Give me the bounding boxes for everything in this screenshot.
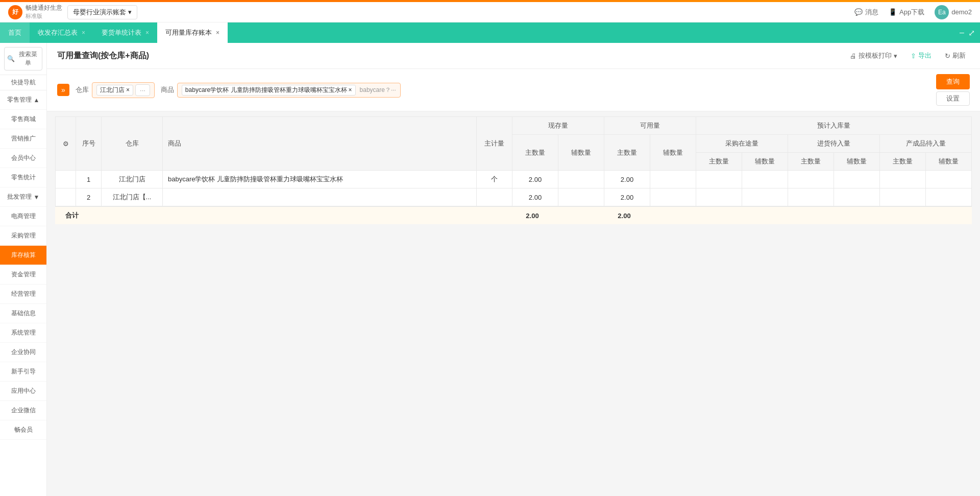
table-container: ⚙ 序号 仓库 商品 主计量 现存量 可用量 预计入库量 主数量 辅数量 主数量… [47,111,980,496]
sidebar-item-purchase[interactable]: 采购管理 [0,226,46,246]
message-action[interactable]: 💬 消息 [854,8,878,17]
sidebar-item-appcenter[interactable]: 应用中心 [0,382,46,401]
sidebar-item-system[interactable]: 系统管理 [0,323,46,343]
user-area[interactable]: Ea demo2 [935,5,972,19]
warehouse-value-container[interactable]: 江北门店 × ··· [92,82,155,98]
purchase-arrival-aux-header: 辅数量 [834,153,880,171]
tab-available[interactable]: 可用量库存账本 × [157,22,228,43]
export-label: 导出 [918,51,932,60]
sidebar-search-area: 🔍 搜索菜单 [0,43,46,75]
footer-stock-main: 2.00 [509,212,555,220]
export-button[interactable]: ⇧ 导出 [906,49,936,62]
tab-receivable[interactable]: 收发存汇总表 × [30,22,93,43]
settings-button[interactable]: 设置 [936,91,970,106]
product-filter: 商品 babycare学饮杯 儿童防摔防撞吸管杯重力球吸嘴杯宝宝水杯 × bab… [161,83,401,98]
sidebar-item-retail[interactable]: 零售管理 ▲ [0,90,46,110]
unit-col-header: 主计量 [477,117,512,171]
sidebar-item-enterprise[interactable]: 企业协同 [0,343,46,362]
sidebar-ecommerce-label: 电商管理 [11,212,36,221]
product-value-container[interactable]: babycare学饮杯 儿童防摔防撞吸管杯重力球吸嘴杯宝宝水杯 × babyca… [177,83,401,98]
sidebar-item-shop[interactable]: 零售商城 [0,110,46,129]
footer-label: 合计 [60,211,203,220]
table-body: 1 江北门店 babycare学饮杯 儿童防摔防撞吸管杯重力球吸嘴杯宝宝水杯 个… [56,171,972,206]
product-pending-main-header: 主数量 [880,153,926,171]
nav-minimize-icon[interactable]: – [960,28,964,37]
sidebar-newuser-label: 新手引导 [11,367,36,376]
refresh-button[interactable]: ↻ 刷新 [941,49,970,62]
search-menu-button[interactable]: 🔍 搜索菜单 [4,47,42,70]
sidebar-item-finance[interactable]: 资金管理 [0,265,46,285]
sidebar-item-stats[interactable]: 零售统计 [0,168,46,187]
page-title: 可用量查询(按仓库+商品) [57,51,149,61]
row-pt-main-1 [696,188,742,206]
logo-text-area: 畅捷通好生意 标准版 [26,4,62,20]
sidebar-basic-label: 基础信息 [11,309,36,318]
warehouse-dots[interactable]: ··· [135,84,150,96]
sidebar-shop-label: 零售商城 [11,115,36,124]
account-selector[interactable]: 母婴行业演示账套 ▾ [67,5,137,19]
avail-main-qty-header: 主数量 [604,135,650,171]
row-stock-main-0: 2.00 [512,171,558,188]
row-pa-main-0 [788,171,834,188]
query-button[interactable]: 查询 [936,74,970,89]
row-pt-main-0 [696,171,742,188]
sidebar: 🔍 搜索菜单 快捷导航 零售管理 ▲ 零售商城 营销推广 会员中心 零售统计 批… [0,43,47,496]
sidebar-item-marketing[interactable]: 营销推广 [0,129,46,149]
print-dropdown-icon: ▾ [894,52,897,60]
message-icon: 💬 [854,8,863,16]
logo-area: 好 畅捷通好生意 标准版 [8,4,62,20]
tab-receivable-close[interactable]: × [82,29,85,36]
print-icon: 🖨 [850,52,856,60]
row-avail-aux-0 [650,171,696,188]
sidebar-item-newuser[interactable]: 新手引导 [0,362,46,382]
purchase-transit-main-header: 主数量 [696,153,742,171]
nav-expand-icon[interactable]: ⤢ [968,28,975,38]
purchase-arrival-main-header: 主数量 [788,153,834,171]
sidebar-enterprise-label: 企业协同 [11,348,36,357]
row-warehouse-0: 江北门店 [102,171,163,188]
sidebar-item-wholesale[interactable]: 批发管理 ▼ [0,187,46,207]
data-table: ⚙ 序号 仓库 商品 主计量 现存量 可用量 预计入库量 主数量 辅数量 主数量… [55,116,972,206]
tab-home[interactable]: 首页 [0,22,30,43]
product-tag-close[interactable]: × [349,86,352,93]
sidebar-item-wechat[interactable]: 企业微信 [0,401,46,420]
sidebar-item-basic[interactable]: 基础信息 [0,304,46,323]
row-settings-1 [56,188,76,206]
quick-nav-button[interactable]: 快捷导航 [0,75,46,90]
print-template-button[interactable]: 🖨 按模板打印 ▾ [846,49,901,62]
main-layout: 🔍 搜索菜单 快捷导航 零售管理 ▲ 零售商城 营销推广 会员中心 零售统计 批… [0,43,980,496]
filter-expand-button[interactable]: » [57,84,69,96]
warehouse-tag-close[interactable]: × [126,86,130,93]
tab-available-close[interactable]: × [216,29,219,36]
logo-icon: 好 [8,5,22,19]
purchase-arrival-header: 进货待入量 [788,135,880,153]
filter-area: » 仓库 江北门店 × ··· 商品 babycare学饮杯 儿童防摔防撞吸管杯… [47,69,980,111]
sidebar-item-vip[interactable]: 畅会员 [0,420,46,440]
sidebar-item-member[interactable]: 会员中心 [0,149,46,168]
account-selector-label: 母婴行业演示账套 [73,8,126,17]
appdownload-action[interactable]: 📱 App下载 [889,8,924,17]
row-pt-aux-1 [742,188,788,206]
tab-available-label: 可用量库存账本 [165,28,212,37]
row-unit-0: 个 [477,171,512,188]
forecast-group-header: 预计入库量 [696,117,972,135]
sidebar-item-business[interactable]: 经营管理 [0,285,46,304]
stock-group-header: 现存量 [512,117,604,135]
product-label: 商品 [161,85,174,95]
refresh-icon: ↻ [945,52,950,60]
row-settings-0 [56,171,76,188]
product-extra: babycare？··· [360,86,396,95]
product-tag: babycare学饮杯 儿童防摔防撞吸管杯重力球吸嘴杯宝宝水杯 × [182,85,356,96]
warehouse-tag-text: 江北门店 [100,86,125,95]
sidebar-wholesale-label: 批发管理 [7,193,32,201]
warehouse-tag: 江北门店 × [96,85,133,96]
message-label: 消息 [865,8,878,17]
tab-order[interactable]: 要货单统计表 × [93,22,157,43]
appdownload-icon: 📱 [889,8,897,16]
sidebar-item-inventory[interactable]: 库存核算 [0,246,46,265]
sidebar-item-ecommerce[interactable]: 电商管理 [0,207,46,226]
settings-col-header[interactable]: ⚙ [56,117,76,171]
tab-order-close[interactable]: × [145,29,149,36]
tab-home-label: 首页 [8,28,21,37]
row-warehouse-1: 江北门店【... [102,188,163,206]
